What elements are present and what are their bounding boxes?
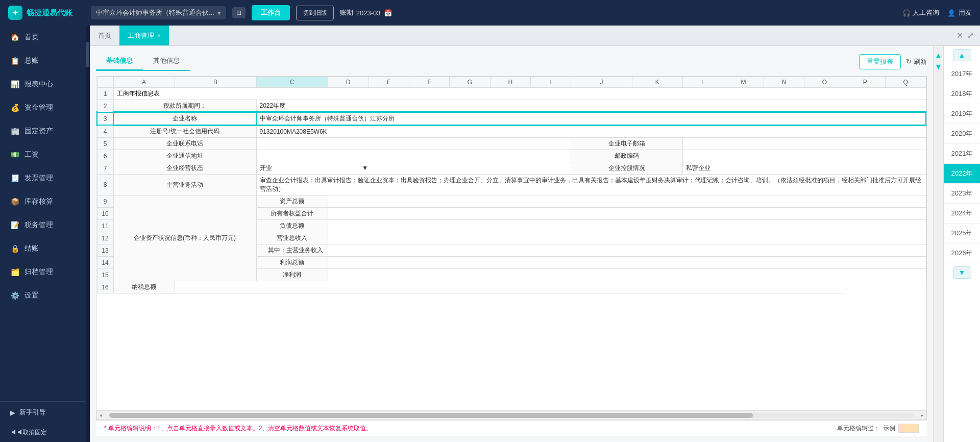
total-assets-value[interactable] bbox=[328, 195, 926, 208]
support-button[interactable]: 🎧 人工咨询 bbox=[902, 8, 939, 17]
liability-label: 负债总额 bbox=[256, 220, 328, 232]
year-item-2026[interactable]: 2026年 bbox=[944, 243, 980, 263]
tab-close-icon[interactable]: × bbox=[157, 32, 161, 39]
liability-value[interactable] bbox=[328, 220, 926, 232]
equity-value[interactable] bbox=[328, 208, 926, 220]
sidebar-item-salary[interactable]: 💵 工资 bbox=[0, 143, 86, 166]
scrollbar-thumb[interactable] bbox=[109, 413, 753, 418]
year-item-2025[interactable]: 2025年 bbox=[944, 224, 980, 243]
postcode-value-cell[interactable] bbox=[683, 150, 926, 162]
page-content: 基础信息 其他信息 重置报表 ↻ 刷新 bbox=[90, 46, 980, 442]
regnum-value-cell[interactable]: 91320100MA208E5W6K bbox=[256, 125, 926, 138]
year-item-2018[interactable]: 2018年 bbox=[944, 84, 980, 104]
close-window-icon[interactable]: ✕ bbox=[957, 31, 963, 40]
refresh-icon: ↻ bbox=[906, 58, 912, 65]
sidebar-label-archive: 归档管理 bbox=[24, 267, 53, 277]
tab-other-info[interactable]: 其他信息 bbox=[143, 52, 190, 71]
revenue-value[interactable] bbox=[328, 232, 926, 244]
tab-actions: ✕ ⤢ bbox=[957, 31, 980, 40]
scroll-left-icon[interactable]: ◂ bbox=[96, 412, 105, 418]
year-item-2022[interactable]: 2022年 bbox=[944, 164, 980, 184]
table-row: 8 主营业务活动 审查企业会计报表；出具审计报告；验证企业资本；出具验资报告；办… bbox=[97, 175, 926, 195]
panel-arrow-up[interactable]: ▲ bbox=[935, 51, 943, 60]
sidebar-item-settings[interactable]: ⚙️ 设置 bbox=[0, 284, 86, 307]
copy-button[interactable]: ⊡ bbox=[232, 7, 246, 18]
sidebar-item-assets[interactable]: 🏢 固定资产 bbox=[0, 119, 86, 143]
sidebar-item-ledger[interactable]: 📋 总账 bbox=[0, 49, 86, 72]
main-revenue-value[interactable] bbox=[328, 244, 926, 257]
year-item-2019[interactable]: 2019年 bbox=[944, 104, 980, 124]
year-up-button[interactable]: ▲ bbox=[953, 49, 971, 61]
total-assets-label: 资产总额 bbox=[256, 195, 328, 208]
row-num-6: 6 bbox=[97, 150, 113, 162]
period-label-cell: 税款所属期间： bbox=[113, 100, 256, 113]
holding-value-cell[interactable]: 私营企业 bbox=[683, 162, 926, 175]
year-item-2023[interactable]: 2023年 bbox=[944, 184, 980, 204]
period-value-cell[interactable]: 2022年度 bbox=[256, 100, 926, 113]
year-item-2021[interactable]: 2021年 bbox=[944, 144, 980, 164]
new-user-icon: ▶ bbox=[10, 409, 15, 416]
pin-button[interactable]: ◀◀取消固定 bbox=[0, 423, 86, 442]
calendar-icon[interactable]: 📅 bbox=[384, 9, 392, 17]
assets-icon: 🏢 bbox=[10, 127, 19, 136]
col-header-e: E bbox=[369, 77, 409, 88]
workbench-button[interactable]: 工作台 bbox=[252, 5, 290, 20]
address-value-cell[interactable] bbox=[256, 150, 571, 162]
old-version-button[interactable]: 切到旧版 bbox=[296, 6, 334, 20]
postcode-label-cell: 邮政编码 bbox=[571, 150, 683, 162]
status-value-cell[interactable]: 开业 ▼ bbox=[256, 162, 571, 175]
company-value-cell[interactable]: 中审众环会计师事务所（特殊普通合伙）江苏分所 bbox=[256, 112, 926, 125]
new-user-button[interactable]: ▶ 新手引导 bbox=[0, 402, 86, 423]
phone-value-cell[interactable] bbox=[256, 138, 571, 150]
holding-label-cell: 企业控股情况 bbox=[571, 162, 683, 175]
sidebar-item-inventory[interactable]: 📦 库存核算 bbox=[0, 190, 86, 213]
sidebar-bottom: ▶ 新手引导 ◀◀取消固定 bbox=[0, 401, 86, 442]
sidebar-item-funds[interactable]: 💰 资金管理 bbox=[0, 96, 86, 119]
reset-button[interactable]: 重置报表 bbox=[859, 54, 901, 69]
tab-basic-info[interactable]: 基础信息 bbox=[96, 52, 143, 71]
sidebar-item-archive[interactable]: 🗂️ 归档管理 bbox=[0, 260, 86, 284]
year-item-2020[interactable]: 2020年 bbox=[944, 124, 980, 144]
tab-active-business[interactable]: 工商管理 × bbox=[119, 26, 169, 45]
row-num-3: 3 bbox=[97, 112, 113, 125]
table-row: 16 纳税总额 bbox=[97, 281, 926, 293]
row-num-12: 12 bbox=[97, 232, 113, 244]
sidebar-label-ledger: 总账 bbox=[24, 56, 39, 65]
horizontal-scrollbar[interactable]: ◂ ▸ bbox=[96, 410, 926, 420]
sidebar-item-invoice[interactable]: 🧾 发票管理 bbox=[0, 166, 86, 190]
phone-label-cell: 企业联系电话 bbox=[113, 138, 256, 150]
expand-icon[interactable]: ⤢ bbox=[967, 31, 974, 40]
company-selector[interactable]: 中审众环会计师事务所（特殊普通合伙... ▾ bbox=[91, 6, 226, 19]
panel-arrow-down[interactable]: ▼ bbox=[935, 62, 943, 71]
scroll-right-icon[interactable]: ▸ bbox=[918, 412, 926, 418]
business-value-cell[interactable]: 审查企业会计报表；出具审计报告；验证企业资本；出具验资报告；办理企业合开、分立、… bbox=[256, 175, 926, 195]
sidebar-item-home[interactable]: 🏠 首页 bbox=[0, 26, 86, 49]
home-icon: 🏠 bbox=[10, 33, 19, 42]
year-nav: ▲ bbox=[944, 46, 980, 64]
bottom-right: 单元格编辑过： 示例 bbox=[837, 424, 919, 433]
row-num-10: 10 bbox=[97, 208, 113, 220]
scrollbar-track[interactable] bbox=[109, 413, 914, 418]
tax-total-value[interactable] bbox=[175, 281, 845, 293]
sheet-title-cell[interactable]: 工商年报信息表 bbox=[113, 88, 926, 100]
sidebar-item-tax[interactable]: 📝 税务管理 bbox=[0, 213, 86, 237]
tab-home[interactable]: 首页 bbox=[90, 26, 119, 45]
net-profit-value[interactable] bbox=[328, 269, 926, 281]
funds-icon: 💰 bbox=[10, 103, 19, 112]
year-item-2024[interactable]: 2024年 bbox=[944, 204, 980, 224]
logo-icon: ✦ bbox=[8, 6, 22, 20]
email-value-cell[interactable] bbox=[683, 138, 926, 150]
sidebar-item-closing[interactable]: 🔒 结账 bbox=[0, 237, 86, 260]
user-area[interactable]: 👤 用友 bbox=[947, 8, 972, 17]
refresh-button[interactable]: ↻ 刷新 bbox=[906, 57, 927, 66]
address-label-cell: 企业通信地址 bbox=[113, 150, 256, 162]
sheet-table[interactable]: A B C D E F G H I J bbox=[96, 77, 926, 410]
panel-toggle[interactable]: ▲ ▼ bbox=[933, 46, 943, 442]
inventory-icon: 📦 bbox=[10, 197, 19, 206]
year-item-2017[interactable]: 2017年 bbox=[944, 64, 980, 84]
sidebar-item-reports[interactable]: 📊 报表中心 bbox=[0, 72, 86, 96]
year-down-button[interactable]: ▼ bbox=[953, 266, 971, 279]
profit-value[interactable] bbox=[328, 257, 926, 269]
sidebar: 🏠 首页 📋 总账 📊 报表中心 💰 资金管理 🏢 固定资产 💵 工资 bbox=[0, 26, 86, 442]
col-header-k: K bbox=[632, 77, 682, 88]
